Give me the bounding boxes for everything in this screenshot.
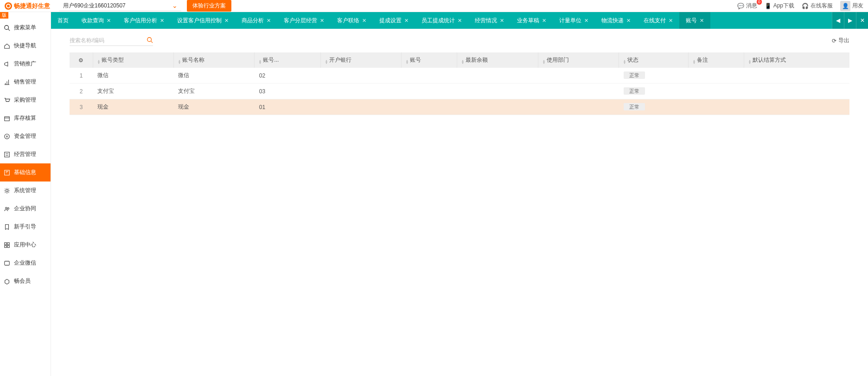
table-row[interactable]: 1微信微信02正常 [70,68,849,84]
table-header-2[interactable]: ▴▾账号名称 [173,52,254,68]
tab-label: 在线支付 [644,17,666,25]
sidebar-item-label: 采购管理 [14,96,36,104]
sort-icon[interactable]: ▴▾ [406,59,408,64]
messages-badge: 0 [757,0,762,5]
close-icon[interactable]: ✕ [362,18,366,24]
company-selector[interactable]: 用户690企业1660120507 ⌄ [59,1,181,11]
top-bar: 畅捷通好生意 用户690企业1660120507 ⌄ 体验行业方案 💬 消息 0… [0,0,868,12]
wechat-icon [4,260,10,266]
close-icon[interactable]: ✕ [224,18,229,24]
cell-name: 支付宝 [173,84,254,99]
tab-11[interactable]: 计量单位✕ [553,12,595,29]
online-service-link[interactable]: 🎧 在线客服 [802,2,833,10]
close-icon[interactable]: ✕ [320,18,324,24]
tab-13[interactable]: 在线支付✕ [637,12,679,29]
gear-icon[interactable]: ⚙ [78,57,83,64]
sort-icon[interactable]: ▴▾ [462,59,464,64]
sidebar-item-9[interactable]: 系统管理 [0,182,51,200]
tab-label: 收款查询 [82,17,104,25]
toolbar: ⟳ 导出 [51,29,868,52]
user-menu[interactable]: 👤 用友 [840,1,863,11]
table-header-5[interactable]: ▴▾账号 [402,52,457,68]
sidebar-item-7[interactable]: 经营管理 [0,145,51,163]
close-icon[interactable]: ✕ [669,18,673,24]
search-input[interactable] [70,35,147,45]
tab-8[interactable]: 员工提成统计✕ [415,12,468,29]
table-header-label: 账号名称 [182,57,204,63]
tab-14[interactable]: 账号✕ [679,12,710,29]
table-row[interactable]: 3现金现金01正常 [70,99,849,115]
sort-icon[interactable]: ▴▾ [326,59,327,64]
tab-10[interactable]: 业务草稿✕ [511,12,553,29]
close-icon[interactable]: ✕ [542,18,546,24]
sort-icon[interactable]: ▴▾ [749,59,751,64]
tab-6[interactable]: 客户联络✕ [331,12,373,29]
search-icon [4,25,10,31]
close-icon[interactable]: ✕ [160,18,164,24]
tab-7[interactable]: 提成设置✕ [373,12,415,29]
sort-icon[interactable]: ▴▾ [259,59,261,64]
tab-3[interactable]: 设置客户信用控制✕ [171,12,235,29]
tab-label: 客户分层经营 [284,17,317,25]
close-icon[interactable]: ✕ [500,18,504,24]
close-icon[interactable]: ✕ [584,18,588,24]
table-header-7[interactable]: ▴▾使用部门 [538,52,619,68]
tabs-scroll-left[interactable]: ◀ [832,12,844,29]
tab-2[interactable]: 客户信用分析✕ [117,12,171,29]
tabs-close-all[interactable]: ✕ [856,12,868,29]
sidebar-item-13[interactable]: 企业微信 [0,254,51,272]
tab-12[interactable]: 物流快递✕ [595,12,637,29]
version-tag: 版 [0,12,8,19]
sidebar-item-6[interactable]: 资金管理 [0,127,51,145]
tabs-bar: 首页收款查询✕客户信用分析✕设置客户信用控制✕商品分析✕客户分层经营✕客户联络✕… [51,12,868,29]
table-header-3[interactable]: ▴▾账号... [255,52,321,68]
sidebar-item-2[interactable]: 营销推广 [0,55,51,73]
sidebar-item-3[interactable]: 销售管理 [0,73,51,91]
table-row[interactable]: 2支付宝支付宝03正常 [70,84,849,99]
sidebar-item-14[interactable]: 畅会员 [0,272,51,290]
app-download-link[interactable]: 📱 App下载 [765,2,794,10]
tab-label: 设置客户信用控制 [177,17,222,25]
experience-button[interactable]: 体验行业方案 [187,0,231,12]
table-header-9[interactable]: ▴▾备注 [688,52,744,68]
svg-line-1 [8,29,10,31]
tab-0[interactable]: 首页 [51,12,75,29]
table-header-label: 使用部门 [547,57,569,63]
close-icon[interactable]: ✕ [267,18,271,24]
sidebar-item-11[interactable]: 新手引导 [0,218,51,236]
close-icon[interactable]: ✕ [700,18,704,24]
sort-icon[interactable]: ▴▾ [543,59,545,64]
tab-9[interactable]: 经营情况✕ [468,12,511,29]
export-button[interactable]: ⟳ 导出 [832,37,849,45]
sort-icon[interactable]: ▴▾ [624,59,625,64]
table-header-4[interactable]: ▴▾开户银行 [321,52,402,68]
table-header-1[interactable]: ▴▾账号类型 [93,52,173,68]
table-header-8[interactable]: ▴▾状态 [619,52,688,68]
search-icon[interactable] [147,37,153,45]
sidebar-item-0[interactable]: 搜索菜单 [0,19,51,37]
table-header-10[interactable]: ▴▾默认结算方式 [744,52,849,68]
tab-5[interactable]: 客户分层经营✕ [277,12,331,29]
table-header-6[interactable]: ▴▾最新余额 [457,52,538,68]
sort-icon[interactable]: ▴▾ [179,59,180,64]
sidebar-item-4[interactable]: 采购管理 [0,91,51,109]
tab-4[interactable]: 商品分析✕ [235,12,277,29]
tabs-scroll-right[interactable]: ▶ [844,12,856,29]
box-icon [4,115,10,122]
close-icon[interactable]: ✕ [458,18,462,24]
cell-type: 微信 [93,68,173,84]
close-icon[interactable]: ✕ [626,18,631,24]
sidebar-item-5[interactable]: 库存核算 [0,109,51,127]
table-header-0[interactable]: ⚙ [70,52,93,68]
messages-link[interactable]: 💬 消息 0 [737,2,757,10]
sidebar-item-12[interactable]: 应用中心 [0,236,51,254]
sidebar-item-label: 销售管理 [14,78,36,86]
close-icon[interactable]: ✕ [404,18,408,24]
sort-icon[interactable]: ▴▾ [693,59,695,64]
sidebar-item-8[interactable]: 基础信息 [0,163,51,182]
sidebar-item-1[interactable]: 快捷导航 [0,37,51,55]
sidebar-item-10[interactable]: 企业协同 [0,200,51,218]
sort-icon[interactable]: ▴▾ [98,59,100,64]
close-icon[interactable]: ✕ [107,18,111,24]
tab-1[interactable]: 收款查询✕ [75,12,117,29]
